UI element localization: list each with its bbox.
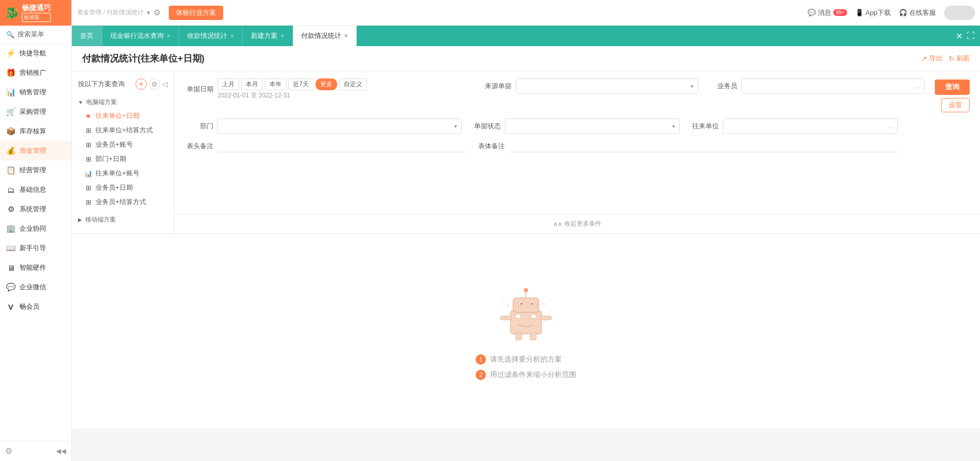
tab-close-all-icon[interactable]: ✕ <box>956 31 963 41</box>
date-btn-last-month[interactable]: 上月 <box>218 78 239 90</box>
scheme-panel-actions: + ⚙ ◁ <box>135 78 168 90</box>
nav-gear-icon[interactable]: ⚙ <box>153 8 161 17</box>
sidebar-item-quick-nav[interactable]: ⚡ 快捷导航 <box>0 44 71 63</box>
main-content: 资金管理 / 付款情况统计 ▾ ⚙ 体验行业方案 💬 消息 99+ 📱 App下… <box>72 0 980 461</box>
scheme-item-staff-date[interactable]: ⊞ 业务员+日期 <box>72 181 174 195</box>
tab-receipt[interactable]: 收款情况统计 × <box>179 26 243 46</box>
sidebar-item-guide[interactable]: 📖 新手引导 <box>0 238 71 258</box>
header-note-input[interactable] <box>218 140 466 152</box>
partner-select[interactable]: … <box>723 118 898 134</box>
tab-home[interactable]: 首页 <box>72 26 102 46</box>
footer-settings-icon[interactable]: ⚙ <box>5 446 12 456</box>
partner-dropdown-icon: … <box>888 123 893 129</box>
sidebar-item-sales[interactable]: 📊 销售管理 <box>0 83 71 102</box>
receipt-tab-close[interactable]: × <box>230 32 234 39</box>
sidebar-item-label: 采购管理 <box>19 107 46 116</box>
scheme-group-mobile-header[interactable]: ▶ 移动端方案 <box>72 213 174 226</box>
refresh-btn[interactable]: ↻ 刷新 <box>949 54 970 63</box>
collapse-arrow-icon: ∧∧ <box>553 221 562 228</box>
body-note-label: 表体备注 <box>476 142 505 151</box>
sidebar-item-member[interactable]: V 畅会员 <box>0 297 71 316</box>
filter-row-3: 表头备注 表体备注 <box>185 140 970 152</box>
staff-select[interactable]: … <box>741 78 925 94</box>
tab-new[interactable]: 新建方案 × <box>243 26 293 46</box>
doc-status-select[interactable]: ▾ <box>505 118 680 134</box>
desktop-group-arrow: ▼ <box>78 99 83 105</box>
source-dropdown-icon: ▾ <box>691 83 694 90</box>
query-btn[interactable]: 查询 <box>935 79 970 95</box>
message-action[interactable]: 💬 消息 99+ <box>808 8 847 17</box>
unit-settle-icon: ⊞ <box>84 126 92 134</box>
search-menu[interactable]: 🔍 搜索菜单 <box>0 26 71 44</box>
scheme-settings-btn[interactable]: ⚙ <box>149 78 160 90</box>
staff-settle-label: 业务员+结算方式 <box>95 197 146 207</box>
collapse-more-btn[interactable]: ∧∧ 收起更多条件 <box>545 217 610 230</box>
sidebar-item-marketing[interactable]: 🎁 营销推广 <box>0 63 71 83</box>
collapse-bar: ∧∧ 收起更多条件 <box>174 214 980 233</box>
scheme-item-staff-account[interactable]: ⊞ 业务员+账号 <box>72 137 174 152</box>
desktop-group-label: 电脑端方案 <box>86 98 117 107</box>
scheme-collapse-btn[interactable]: ◁ <box>162 80 168 88</box>
sidebar-item-purchase[interactable]: 🛒 采购管理 <box>0 102 71 122</box>
sidebar-item-wechat[interactable]: 💬 企业微信 <box>0 277 71 297</box>
bank-tab-close[interactable]: × <box>167 32 170 39</box>
sidebar-item-inventory[interactable]: 📦 库存核算 <box>0 122 71 141</box>
dept-select[interactable]: ▾ <box>218 118 462 134</box>
date-btn-this-year[interactable]: 本年 <box>265 78 286 90</box>
hint-num-2: 2 <box>476 370 486 380</box>
sidebar-item-enterprise[interactable]: 🏢 企业协同 <box>0 219 71 238</box>
svg-point-15 <box>531 303 533 305</box>
tab-bank[interactable]: 现金银行流水查询 × <box>102 26 179 46</box>
date-btn-this-month[interactable]: 本月 <box>241 78 263 90</box>
sidebar-item-label: 智能硬件 <box>19 263 46 272</box>
payment-tab-close[interactable]: × <box>344 32 348 39</box>
staff-date-label: 业务员+日期 <box>95 183 133 192</box>
user-avatar[interactable] <box>944 6 975 20</box>
scheme-item-unit-account[interactable]: 📊 往来单位+账号 <box>72 166 174 181</box>
date-btn-custom[interactable]: 自定义 <box>339 78 367 90</box>
scheme-item-unit-date[interactable]: ● 往来单位+日期 <box>72 109 174 123</box>
app-label: App下载 <box>866 8 891 17</box>
inventory-icon: 📦 <box>6 127 15 136</box>
footer-collapse-icon[interactable]: ◀◀ <box>56 447 66 455</box>
sidebar-item-funds[interactable]: 💰 资金管理 <box>0 141 71 161</box>
try-industry-btn[interactable]: 体验行业方案 <box>169 6 223 20</box>
online-service-action[interactable]: 🎧 在线客服 <box>899 8 936 17</box>
scheme-item-staff-settle[interactable]: ⊞ 业务员+结算方式 <box>72 195 174 209</box>
sidebar-item-operation[interactable]: 📋 经营管理 <box>0 161 71 180</box>
breadcrumb: 资金管理 / 付款情况统计 <box>77 8 144 17</box>
bank-tab-label: 现金银行流水查询 <box>110 31 164 41</box>
date-btn-more[interactable]: 更多 <box>316 78 337 90</box>
body-note-input[interactable] <box>509 140 898 152</box>
filter-actions: 查询 设置 <box>935 78 970 112</box>
date-label: 单据日期 <box>185 85 213 94</box>
scheme-group-desktop-header[interactable]: ▼ 电脑端方案 <box>72 96 174 109</box>
export-btn[interactable]: ↗ 导出 <box>922 54 943 63</box>
new-tab-close[interactable]: × <box>281 32 284 39</box>
scheme-item-dept-date[interactable]: ⊞ 部门+日期 <box>72 152 174 166</box>
funds-icon: 💰 <box>6 146 15 155</box>
nav-dropdown-icon[interactable]: ▾ <box>147 9 150 16</box>
tab-expand-icon[interactable]: ⛶ <box>967 31 975 41</box>
scheme-panel: 按以下方案查询 + ⚙ ◁ ▼ 电脑端方案 <box>72 71 174 233</box>
service-icon: 🎧 <box>899 9 907 16</box>
sidebar-item-label: 企业协同 <box>19 224 46 233</box>
scheme-item-unit-settle[interactable]: ⊞ 往来单位+结算方式 <box>72 123 174 137</box>
sidebar-item-hardware[interactable]: 🖥 智能硬件 <box>0 258 71 277</box>
app-download-action[interactable]: 📱 App下载 <box>855 8 891 17</box>
date-btn-7days[interactable]: 近7天 <box>288 78 313 90</box>
svg-point-11 <box>533 304 536 307</box>
scheme-add-btn[interactable]: + <box>135 78 147 90</box>
page-header: 付款情况统计(往来单位+日期) ↗ 导出 ↻ 刷新 <box>72 46 980 71</box>
empty-hints: 1 请先选择要分析的方案 2 用过滤条件来缩小分析范围 <box>476 354 576 380</box>
tab-payment[interactable]: 付款情况统计 × <box>293 26 357 46</box>
source-select[interactable]: ▾ <box>516 78 699 94</box>
marketing-icon: 🎁 <box>6 68 15 77</box>
svg-point-18 <box>542 303 545 306</box>
filter-settings-btn[interactable]: 设置 <box>941 98 970 112</box>
member-icon: V <box>6 302 15 311</box>
message-icon: 💬 <box>808 9 816 16</box>
sidebar-item-label: 库存核算 <box>19 127 46 136</box>
sidebar-item-basic[interactable]: 🗂 基础信息 <box>0 180 71 199</box>
sidebar-item-system[interactable]: ⚙ 系统管理 <box>0 199 71 219</box>
